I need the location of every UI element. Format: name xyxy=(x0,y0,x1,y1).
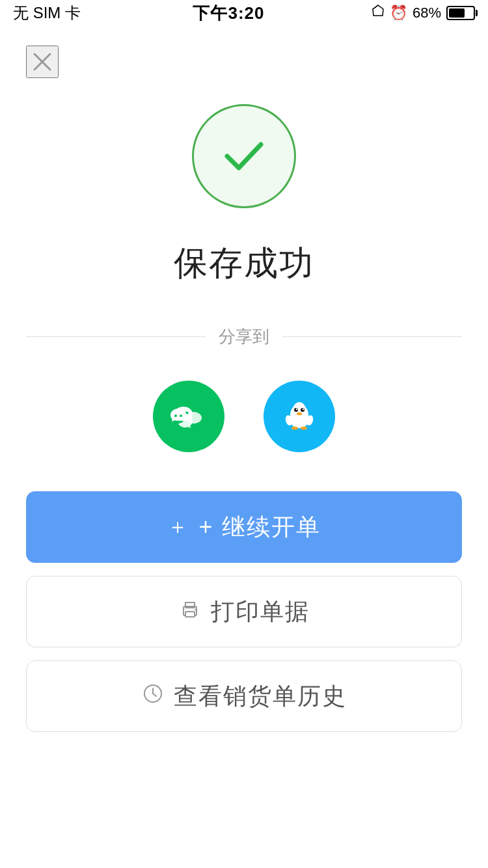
success-circle xyxy=(192,104,296,208)
alarm-icon: ⏰ xyxy=(390,5,407,21)
location-icon xyxy=(372,4,385,22)
status-left: 无 SIM 卡 xyxy=(13,3,86,23)
share-section: 分享到 xyxy=(26,325,462,452)
share-label: 分享到 xyxy=(219,325,269,348)
share-icons xyxy=(26,381,462,452)
status-bar: 无 SIM 卡 下午3:20 ⏰ 68% xyxy=(0,0,488,26)
share-divider: 分享到 xyxy=(26,325,462,348)
battery-percent: 68% xyxy=(413,5,441,21)
svg-point-25 xyxy=(195,609,197,611)
close-button[interactable] xyxy=(26,46,59,78)
svg-point-8 xyxy=(174,414,177,417)
success-title: 保存成功 xyxy=(174,241,314,286)
divider-right xyxy=(282,336,462,337)
history-label: 查看销货单历史 xyxy=(174,681,347,712)
svg-point-12 xyxy=(294,408,298,412)
share-wechat-button[interactable] xyxy=(153,381,224,452)
check-icon xyxy=(218,129,270,183)
svg-rect-24 xyxy=(185,612,195,617)
divider-left xyxy=(26,336,206,337)
continue-label: + 继续开单 xyxy=(198,511,320,543)
action-buttons: ＋ + 继续开单 打印单据 查看销货单历 xyxy=(26,491,462,732)
svg-point-16 xyxy=(297,413,302,416)
status-time: 下午3:20 xyxy=(193,2,264,25)
svg-point-19 xyxy=(301,427,307,430)
svg-point-13 xyxy=(301,408,305,412)
svg-point-14 xyxy=(296,409,297,410)
svg-point-9 xyxy=(180,414,182,417)
plus-icon: ＋ xyxy=(167,513,189,541)
status-right: ⏰ 68% xyxy=(372,4,475,22)
main-content: 保存成功 分享到 xyxy=(0,26,488,868)
svg-point-17 xyxy=(291,415,308,428)
continue-button[interactable]: ＋ + 继续开单 xyxy=(26,491,462,563)
printer-icon xyxy=(178,597,202,626)
svg-point-18 xyxy=(291,427,298,430)
carrier-text: 无 SIM 卡 xyxy=(13,3,81,23)
battery-icon xyxy=(446,6,475,20)
svg-point-15 xyxy=(303,409,304,410)
print-label: 打印单据 xyxy=(211,596,310,628)
clock-icon xyxy=(141,682,165,711)
share-qq-button[interactable] xyxy=(264,381,335,452)
history-button[interactable]: 查看销货单历史 xyxy=(26,660,462,732)
print-button[interactable]: 打印单据 xyxy=(26,576,462,647)
